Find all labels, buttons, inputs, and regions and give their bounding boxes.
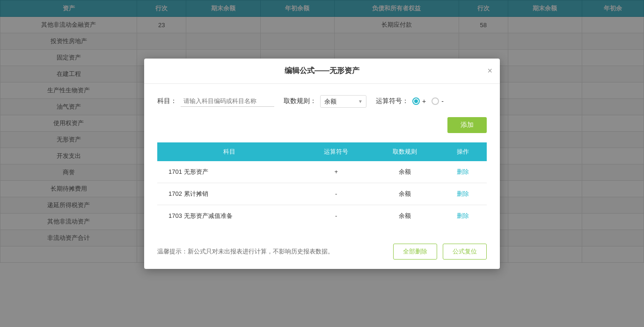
table-row: 1702 累计摊销-余额删除 bbox=[157, 183, 487, 205]
table-cell-rule: 余额 bbox=[371, 183, 439, 205]
modal-body: 科目： 取数规则： 余额 借方 贷方 借方发生额 贷方发生额 bbox=[144, 84, 500, 236]
table-cell-action: 删除 bbox=[439, 161, 487, 183]
data-table: 科目 运算符号 取数规则 操作 1701 无形资产+余额删除1702 累计摊销-… bbox=[157, 142, 487, 227]
col-rule: 取数规则 bbox=[371, 142, 439, 161]
modal-footer: 温馨提示：新公式只对未出报表进行计算，不影响历史报表数据。 全部删除 公式复位 bbox=[144, 236, 500, 269]
radio-plus[interactable]: + bbox=[412, 97, 426, 105]
radio-plus-circle bbox=[412, 97, 420, 105]
radio-minus[interactable]: - bbox=[432, 97, 444, 105]
col-subject: 科目 bbox=[157, 142, 302, 161]
delete-all-button[interactable]: 全部删除 bbox=[393, 244, 437, 260]
table-cell-action: 删除 bbox=[439, 183, 487, 205]
rule-select[interactable]: 余额 借方 贷方 借方发生额 贷方发生额 bbox=[320, 95, 366, 108]
radio-plus-label: + bbox=[422, 97, 426, 105]
footer-buttons: 全部删除 公式复位 bbox=[393, 244, 487, 260]
modal-close-button[interactable]: × bbox=[487, 67, 492, 75]
table-cell-action: 删除 bbox=[439, 205, 487, 227]
delete-row-button[interactable]: 删除 bbox=[457, 212, 469, 219]
modal-overlay: 编辑公式——无形资产 × 科目： 取数规则： 余额 借方 bbox=[0, 0, 644, 327]
modal-dialog: 编辑公式——无形资产 × 科目： 取数规则： 余额 借方 bbox=[144, 59, 500, 269]
subject-group: 科目： bbox=[157, 96, 274, 107]
subject-label: 科目： bbox=[157, 97, 177, 105]
delete-row-button[interactable]: 删除 bbox=[457, 168, 469, 175]
reset-formula-button[interactable]: 公式复位 bbox=[443, 244, 487, 260]
modal-title: 编辑公式——无形资产 bbox=[285, 67, 359, 74]
table-cell-operator: - bbox=[302, 183, 371, 205]
table-cell-rule: 余额 bbox=[371, 161, 439, 183]
form-row: 科目： 取数规则： 余额 借方 贷方 借方发生额 贷方发生额 bbox=[157, 95, 487, 133]
table-row: 1703 无形资产减值准备-余额删除 bbox=[157, 205, 487, 227]
rule-group: 取数规则： 余额 借方 贷方 借方发生额 贷方发生额 bbox=[284, 95, 366, 108]
operator-label: 运算符号： bbox=[376, 97, 409, 105]
delete-row-button[interactable]: 删除 bbox=[457, 190, 469, 197]
tip-text: 温馨提示：新公式只对未出报表进行计算，不影响历史报表数据。 bbox=[157, 247, 334, 256]
table-cell-operator: - bbox=[302, 205, 371, 227]
operator-group: 运算符号： + - bbox=[376, 97, 444, 105]
col-operator: 运算符号 bbox=[302, 142, 371, 161]
rule-label: 取数规则： bbox=[284, 97, 316, 105]
table-cell-rule: 余额 bbox=[371, 205, 439, 227]
add-button[interactable]: 添加 bbox=[447, 117, 487, 133]
subject-input[interactable] bbox=[181, 96, 274, 107]
table-row: 1701 无形资产+余额删除 bbox=[157, 161, 487, 183]
table-cell-operator: + bbox=[302, 161, 371, 183]
modal-header: 编辑公式——无形资产 × bbox=[144, 59, 500, 84]
table-cell-subject: 1701 无形资产 bbox=[157, 161, 302, 183]
col-action: 操作 bbox=[439, 142, 487, 161]
radio-group: + - bbox=[412, 97, 444, 105]
radio-minus-circle bbox=[432, 97, 439, 105]
rule-select-wrap: 余额 借方 贷方 借方发生额 贷方发生额 bbox=[320, 95, 366, 108]
table-cell-subject: 1703 无形资产减值准备 bbox=[157, 205, 302, 227]
radio-minus-label: - bbox=[441, 97, 444, 105]
table-cell-subject: 1702 累计摊销 bbox=[157, 183, 302, 205]
